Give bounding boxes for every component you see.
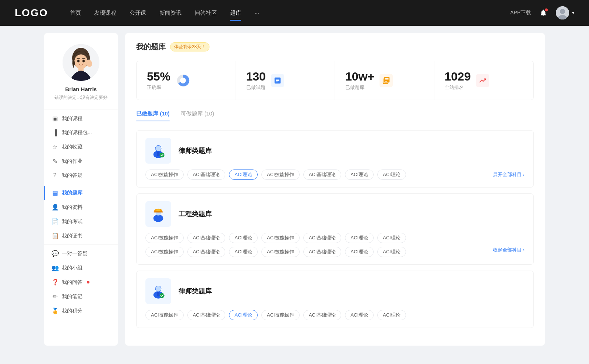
svg-point-14 [156,146,161,151]
subject-title-engineer-1: 工程类题库 [179,210,212,218]
notification-bell[interactable] [538,8,549,18]
stat-done-banks-label: 已做题库 [345,84,374,91]
stat-done-questions: 130 已做试题 [236,61,335,100]
sidebar: Brian Harris 错误的决定比没有决定要好 ▣ 我的课程 ▐ 我的课程包… [44,33,118,346]
nav-home[interactable]: 首页 [70,8,81,18]
stat-accuracy-label: 正确率 [147,84,170,91]
sidebar-item-my-bank[interactable]: ▤ 我的题库 [44,186,118,200]
engineer-icon [145,201,171,227]
tags-row-lawyer-1: ACI技能操作 ACI基础理论 ACI理论 ACI技能操作 ACI基础理论 AC… [145,169,525,180]
tag[interactable]: ACI技能操作 [261,233,300,243]
nav-more[interactable]: ··· [254,8,259,18]
nav-discover[interactable]: 发现课程 [94,8,116,18]
tag[interactable]: ACI技能操作 [145,169,184,180]
tag[interactable]: ACI基础理论 [187,169,226,180]
one-on-one-icon: 💬 [52,250,58,257]
sidebar-items-list: ▣ 我的课程 ▐ 我的课程包... ☆ 我的收藏 ✎ 我的作业 ? 我的答疑 ▤ [44,111,118,318]
tag[interactable]: ACI基础理论 [303,247,342,257]
sidebar-item-my-profile[interactable]: 👤 我的资料 [44,200,118,214]
tag[interactable]: ACI基础理论 [303,169,342,180]
sidebar-item-label: 一对一答疑 [62,250,88,257]
sidebar-item-my-notes[interactable]: ✏ 我的笔记 [44,289,118,304]
sidebar-item-my-course-pack[interactable]: ▐ 我的课程包... [44,126,118,140]
subject-title-lawyer-2: 律师类题库 [179,287,212,296]
tag[interactable]: ACI技能操作 [261,247,300,257]
qa-notification-dot [87,281,89,283]
tag[interactable]: ACI理论 [229,233,258,243]
sidebar-item-my-exam[interactable]: 📄 我的考试 [44,214,118,229]
sidebar-item-label: 我的小组 [62,265,82,271]
logo[interactable]: LOGO [15,7,48,19]
tag[interactable]: ACI技能操作 [261,310,300,320]
tab-done-banks[interactable]: 已做题库 (10) [136,110,170,121]
subject-card-engineer-1: 工程类题库 ACI技能操作 ACI基础理论 ACI理论 ACI技能操作 ACI基… [136,193,534,265]
tag[interactable]: ACI技能操作 [261,169,300,180]
nav-right: APP下载 ▾ [510,6,574,19]
my-qa2-icon: ❓ [52,279,58,286]
tag[interactable]: ACI基础理论 [187,233,226,243]
collapse-link-engineer-1[interactable]: 收起全部科目 › [493,247,525,257]
tag[interactable]: ACI理论 [377,233,406,243]
tag[interactable]: ACI基础理论 [303,310,342,320]
sidebar-item-my-favorites[interactable]: ☆ 我的收藏 [44,140,118,154]
tag-active[interactable]: ACI理论 [229,169,258,180]
tag[interactable]: ACI理论 [345,310,374,320]
nav-opencourse[interactable]: 公开课 [130,8,146,18]
sidebar-item-label: 我的课程 [62,115,82,122]
nav-news[interactable]: 新闻资讯 [159,8,181,18]
sidebar-item-label: 我的资料 [62,204,82,211]
nav-qa[interactable]: 问答社区 [195,8,217,18]
stat-rank-label: 全站排名 [445,84,471,91]
expand-link-lawyer-1[interactable]: 展开全部科目 › [493,171,525,178]
tag[interactable]: ACI理论 [377,247,406,257]
app-download-link[interactable]: APP下载 [510,10,531,16]
rank-icon [476,74,489,87]
page-title: 我的题库 [136,42,166,52]
my-cert-icon: 📋 [52,232,58,239]
tag[interactable]: ACI技能操作 [145,233,184,243]
nav-links: 首页 发现课程 公开课 新闻资讯 问答社区 题库 ··· [70,8,510,18]
tag[interactable]: ACI理论 [345,233,374,243]
tag[interactable]: ACI技能操作 [145,310,184,320]
tag-active[interactable]: ACI理论 [229,310,258,320]
tag[interactable]: ACI理论 [377,310,406,320]
tag[interactable]: ACI理论 [345,169,374,180]
tag[interactable]: ACI理论 [229,247,258,257]
question-tabs: 已做题库 (10) 可做题库 (10) [136,110,534,121]
tag[interactable]: ACI基础理论 [187,247,226,257]
sidebar-item-label: 我的问答 [62,279,82,286]
stat-rank: 1029 全站排名 [434,61,534,100]
user-avatar-wrapper[interactable]: ▾ [556,6,574,19]
tab-available-banks[interactable]: 可做题库 (10) [181,110,214,121]
sidebar-item-my-group[interactable]: 👥 我的小组 [44,261,118,275]
sidebar-item-label: 我的证书 [62,233,82,239]
sidebar-item-label: 我的收藏 [62,144,82,150]
my-group-icon: 👥 [52,264,58,271]
sidebar-item-my-points[interactable]: 🏅 我的积分 [44,304,118,318]
sidebar-item-my-cert[interactable]: 📋 我的证书 [44,229,118,243]
tags-row-engineer-1-row1: ACI技能操作 ACI基础理论 ACI理论 ACI技能操作 ACI基础理论 AC… [145,233,525,243]
tag[interactable]: ACI理论 [377,169,406,180]
tag[interactable]: ACI理论 [345,247,374,257]
tag[interactable]: ACI基础理论 [303,233,342,243]
stat-done-questions-value: 130 [246,70,266,83]
sidebar-item-my-course[interactable]: ▣ 我的课程 [44,111,118,126]
stat-done-banks-value: 10w+ [345,70,374,83]
my-bank-icon: ▤ [52,189,58,196]
profile-motto: 错误的决定比没有决定要好 [51,94,111,101]
sidebar-item-my-qa[interactable]: ? 我的答疑 [44,168,118,182]
svg-rect-22 [154,211,163,213]
lawyer-icon [145,138,171,164]
nav-bank[interactable]: 题库 [230,8,241,18]
svg-rect-15 [157,152,160,156]
my-notes-icon: ✏ [52,293,58,300]
tag[interactable]: ACI基础理论 [187,310,226,320]
sidebar-item-my-qa2[interactable]: ❓ 我的问答 [44,275,118,289]
my-homework-icon: ✎ [52,158,58,165]
stat-accuracy-value: 55% [147,70,170,83]
sidebar-item-my-homework[interactable]: ✎ 我的作业 [44,154,118,168]
sidebar-item-label: 我的考试 [62,218,82,225]
svg-point-11 [180,78,186,83]
sidebar-item-one-on-one[interactable]: 💬 一对一答疑 [44,246,118,261]
tag[interactable]: ACI技能操作 [145,247,184,257]
